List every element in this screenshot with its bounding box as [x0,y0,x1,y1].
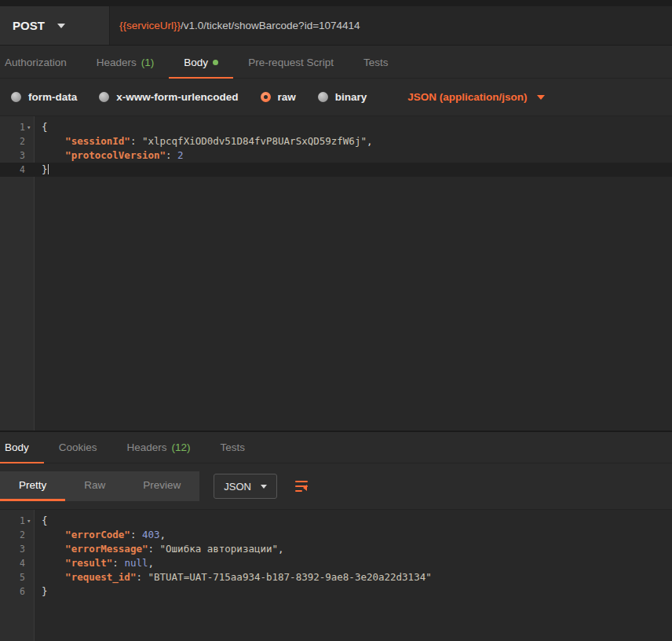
tab-label: Headers [127,441,167,453]
radio-icon [11,92,21,102]
tab-label: Headers [97,57,137,68]
code-line: 2 "sessionId": "xlpcqfXiOD0dv51D84fvP8UA… [0,134,672,148]
code-line: 3 "errorMessage": "Ошибка авторизации", [0,542,672,556]
body-type-bar: form-data x-www-form-urlencoded raw bina… [0,79,672,116]
content-type-label: JSON (application/json) [407,91,527,103]
line-number: 3 [20,148,25,163]
content-type-select[interactable]: JSON (application/json) [407,91,544,103]
code-line: 3 "protocolVersion": 2 [0,148,672,163]
body-dot-icon [213,60,218,65]
tab-label: Body [5,441,29,453]
line-gutter: 5 [0,570,35,584]
code-line: 4 "result": null, [0,556,672,570]
seg-label: Pretty [19,479,46,491]
line-gutter: 6 [0,584,35,599]
tab-pre-request-script[interactable]: Pre-request Script [233,57,349,79]
tab-label: Tests [221,441,246,453]
request-body-editor[interactable]: 1▾{2 "sessionId": "xlpcqfXiOD0dv51D84fvP… [0,116,672,430]
line-gutter: 1▾ [0,120,35,134]
response-format-select[interactable]: JSON [214,474,277,499]
view-pretty-button[interactable]: Pretty [0,471,65,501]
tab-cookies[interactable]: Cookies [44,441,112,463]
code-text: "errorCode": 403, [35,528,166,542]
tab-response-body[interactable]: Body [0,441,44,463]
response-code-lines: 1▾{2 "errorCode": 403,3 "errorMessage": … [0,510,672,599]
code-line: 5 "request_id": "BTUAT=UAT-715aa934-b187… [0,570,672,584]
radio-selected-icon [261,92,271,102]
tab-label: Cookies [59,441,97,453]
wrap-text-button[interactable] [291,476,312,496]
radio-label: form-data [28,91,77,103]
line-gutter: 1▾ [0,514,35,528]
radio-label: binary [335,91,367,103]
tab-label: Tests [363,57,389,68]
code-line: 4} [0,163,672,177]
code-line: 2 "errorCode": 403, [0,528,672,542]
url-path: /v1.0/ticket/showBarcode?id=1074414 [181,20,360,31]
radio-icon [99,92,109,102]
tab-response-headers[interactable]: Headers (12) [112,441,206,463]
line-gutter: 2 [0,134,35,148]
method-label: POST [13,19,45,32]
line-gutter: 3 [0,148,35,163]
code-text: { [35,514,48,528]
code-line: 6} [0,584,672,599]
chevron-down-icon [261,485,267,489]
tab-headers[interactable]: Headers (1) [82,57,170,79]
fold-caret-icon[interactable]: ▾ [25,514,35,528]
radio-binary[interactable]: binary [318,91,367,103]
response-toolbar: Pretty Raw Preview JSON [0,463,672,510]
radio-x-www-form-urlencoded[interactable]: x-www-form-urlencoded [99,91,238,103]
response-tabs: Body Cookies Headers (12) Tests [0,430,672,463]
tab-label: Body [184,57,208,68]
code-text: "sessionId": "xlpcqfXiOD0dv51D84fvP8UArS… [35,134,372,148]
code-text: } [35,584,48,599]
line-number: 4 [20,163,25,177]
radio-icon [318,92,328,102]
view-preview-button[interactable]: Preview [124,471,199,501]
line-gutter: 3 [0,542,35,556]
chevron-down-icon [537,95,545,100]
tab-body[interactable]: Body [169,57,233,79]
view-raw-button[interactable]: Raw [65,471,124,501]
code-text: { [35,120,48,134]
radio-label: raw [278,91,296,103]
seg-label: Preview [143,479,181,491]
fold-caret-icon[interactable]: ▾ [25,120,35,134]
code-text: } [35,163,49,177]
line-number: 5 [20,570,25,584]
line-gutter: 4 [0,163,35,177]
url-input[interactable]: {{serviceUrl}}/v1.0/ticket/showBarcode?i… [110,6,672,45]
code-line: 1▾{ [0,120,672,134]
line-number: 2 [20,134,25,148]
window-top-edge [0,0,672,6]
view-mode-group: Pretty Raw Preview [0,471,199,501]
line-number: 2 [20,528,25,542]
radio-raw[interactable]: raw [261,91,296,103]
line-number: 1 [20,120,25,134]
line-gutter: 2 [0,528,35,542]
wrap-text-icon [294,479,309,493]
tab-tests[interactable]: Tests [349,57,404,79]
method-select[interactable]: POST [0,6,110,45]
code-line: 1▾{ [0,514,672,528]
radio-form-data[interactable]: form-data [11,91,77,103]
headers-count-badge: (1) [141,57,155,68]
request-code-lines: 1▾{2 "sessionId": "xlpcqfXiOD0dv51D84fvP… [0,116,672,177]
code-text: "protocolVersion": 2 [35,148,184,163]
line-number: 6 [20,584,25,599]
tab-response-tests[interactable]: Tests [206,441,261,463]
format-label: JSON [224,481,251,493]
radio-label: x-www-form-urlencoded [116,91,238,103]
response-body-editor[interactable]: 1▾{2 "errorCode": 403,3 "errorMessage": … [0,510,672,641]
code-text: "request_id": "BTUAT=UAT-715aa934-b187-8… [35,570,432,584]
request-tabs: Authorization Headers (1) Body Pre-reque… [0,46,672,79]
line-gutter: 4 [0,556,35,570]
tab-authorization[interactable]: Authorization [0,57,82,79]
code-text: "errorMessage": "Ошибка авторизации", [35,542,284,556]
url-variable: {{serviceUrl}} [119,20,181,31]
text-cursor [48,164,49,174]
headers-count-badge: (12) [172,441,191,453]
line-number: 1 [20,514,25,528]
tab-label: Pre-request Script [248,57,334,68]
